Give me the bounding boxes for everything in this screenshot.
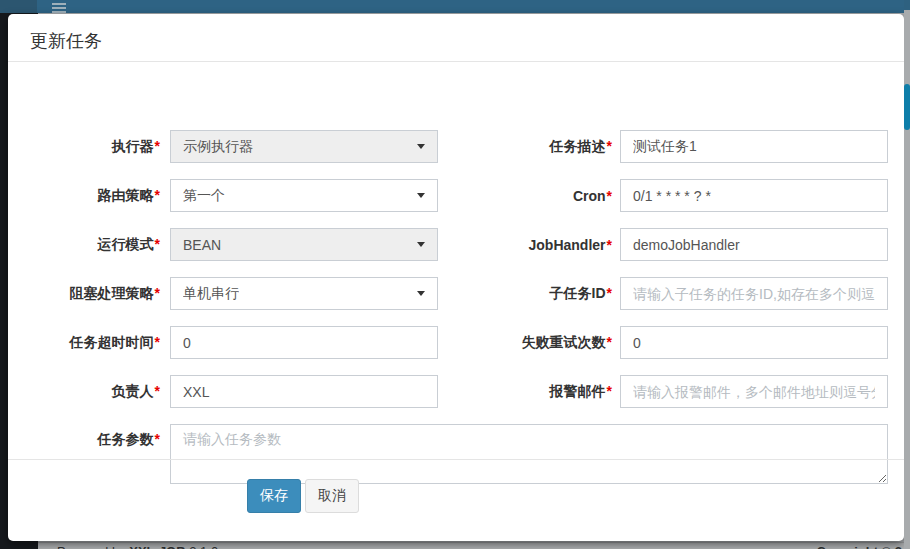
top-navbar xyxy=(0,0,910,14)
required-asterisk: * xyxy=(155,431,160,447)
author-input[interactable] xyxy=(170,375,438,408)
form-group-glue-type: 运行模式* BEAN xyxy=(8,228,438,261)
cron-label: Cron* xyxy=(458,188,612,204)
required-asterisk: * xyxy=(155,187,160,203)
jobhandler-input[interactable] xyxy=(620,228,888,261)
save-button[interactable]: 保存 xyxy=(247,479,301,513)
required-asterisk: * xyxy=(607,383,612,399)
timeout-input[interactable] xyxy=(170,326,438,359)
form-group-job-desc: 任务描述* xyxy=(458,130,888,163)
form-group-jobhandler: JobHandler* xyxy=(458,228,888,261)
glue-type-label: 运行模式* xyxy=(8,236,160,254)
modal-footer: 保存 取消 xyxy=(8,459,904,541)
form-group-executor: 执行器* 示例执行器 xyxy=(8,130,438,163)
screen: Powered by XXL-JOB 2.1.0 Copyright © 2 更… xyxy=(0,0,910,549)
block-strategy-select[interactable]: 单机串行 xyxy=(170,277,438,310)
required-asterisk: * xyxy=(155,138,160,154)
select-caret-icon xyxy=(417,144,425,149)
job-desc-label: 任务描述* xyxy=(458,138,612,156)
copyright-text: Copyright © 2 xyxy=(817,544,902,549)
job-param-label: 任务参数* xyxy=(8,424,160,454)
block-strategy-label: 阻塞处理策略* xyxy=(8,285,160,303)
required-asterisk: * xyxy=(155,285,160,301)
form-group-author: 负责人* xyxy=(8,375,438,408)
route-strategy-select[interactable]: 第一个 xyxy=(170,179,438,212)
page-footer: Powered by XXL-JOB 2.1.0 Copyright © 2 xyxy=(38,542,904,549)
fail-retry-input[interactable] xyxy=(620,326,888,359)
form-group-timeout: 任务超时时间* xyxy=(8,326,438,359)
child-jobid-label: 子任务ID* xyxy=(458,285,612,303)
executor-label: 执行器* xyxy=(8,138,160,156)
scrollbar-track[interactable] xyxy=(904,0,910,549)
required-asterisk: * xyxy=(155,236,160,252)
required-asterisk: * xyxy=(607,237,612,253)
jobhandler-label: JobHandler* xyxy=(458,237,612,253)
alarm-email-label: 报警邮件* xyxy=(458,383,612,401)
scrollbar-top-segment xyxy=(904,0,910,10)
brand-name: XXL-JOB xyxy=(129,544,185,549)
form-group-route-strategy: 路由策略* 第一个 xyxy=(8,179,438,212)
alarm-email-input[interactable] xyxy=(620,375,888,408)
author-label: 负责人* xyxy=(8,383,160,401)
update-job-modal: 更新任务 执行器* 示例执行器 任务描述* 路由策略* 第一个 xyxy=(8,14,904,541)
modal-header: 更新任务 xyxy=(8,14,904,62)
form-group-child-jobid: 子任务ID* xyxy=(458,277,888,310)
modal-body: 执行器* 示例执行器 任务描述* 路由策略* 第一个 Cron* xyxy=(8,62,904,459)
required-asterisk: * xyxy=(607,138,612,154)
modal-title: 更新任务 xyxy=(30,29,102,53)
required-asterisk: * xyxy=(155,334,160,350)
navbar-logo-area xyxy=(0,0,37,14)
job-desc-input[interactable] xyxy=(620,130,888,163)
form-group-block-strategy: 阻塞处理策略* 单机串行 xyxy=(8,277,438,310)
cancel-button[interactable]: 取消 xyxy=(305,479,359,513)
powered-by-text: Powered by XXL-JOB 2.1.0 xyxy=(57,544,218,549)
select-caret-icon xyxy=(417,291,425,296)
executor-select: 示例执行器 xyxy=(170,130,438,163)
select-caret-icon xyxy=(417,242,425,247)
required-asterisk: * xyxy=(607,285,612,301)
route-strategy-label: 路由策略* xyxy=(8,187,160,205)
child-jobid-input[interactable] xyxy=(620,277,888,310)
form-group-cron: Cron* xyxy=(458,179,888,212)
required-asterisk: * xyxy=(607,188,612,204)
cron-input[interactable] xyxy=(620,179,888,212)
required-asterisk: * xyxy=(607,334,612,350)
form-group-alarm-email: 报警邮件* xyxy=(458,375,888,408)
fail-retry-label: 失败重试次数* xyxy=(458,334,612,352)
glue-type-select: BEAN xyxy=(170,228,438,261)
required-asterisk: * xyxy=(155,383,160,399)
timeout-label: 任务超时时间* xyxy=(8,334,160,352)
form-group-fail-retry: 失败重试次数* xyxy=(458,326,888,359)
select-caret-icon xyxy=(417,193,425,198)
scrollbar-thumb[interactable] xyxy=(904,84,910,130)
